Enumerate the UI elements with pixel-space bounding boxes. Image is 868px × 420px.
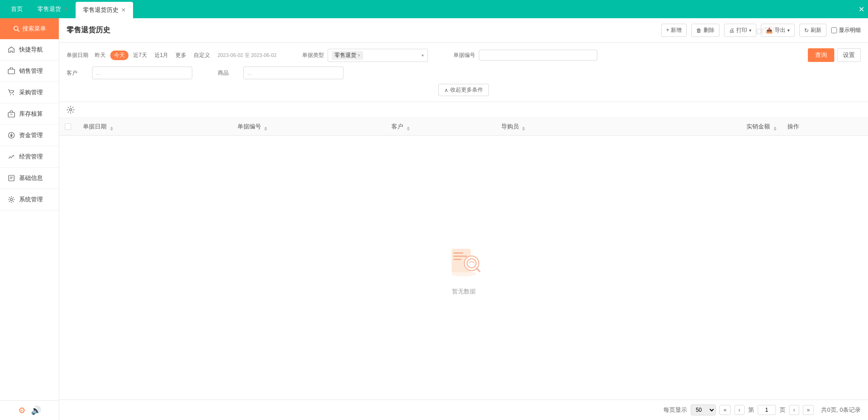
doc-number-input[interactable] [479, 50, 597, 61]
collapse-button[interactable]: ∧ 收起更多条件 [438, 84, 489, 96]
system-icon [7, 195, 15, 204]
page-number-input[interactable] [758, 405, 776, 415]
collapse-label: 收起更多条件 [450, 86, 483, 94]
svg-rect-15 [453, 256, 467, 257]
inventory-icon [7, 110, 15, 118]
sidebar-item-purchase[interactable]: 采购管理 [0, 82, 59, 103]
sidebar-item-finance[interactable]: 资金管理 [0, 125, 59, 146]
tab-retail-return-close[interactable]: ✕ [64, 6, 68, 12]
page-title: 零售退货历史 [67, 26, 110, 41]
date-filter-buttons: 昨天 今天 近7天 近1月 更多 自定义 [92, 51, 213, 60]
export-label: 导出 [775, 26, 786, 34]
svg-rect-14 [453, 252, 463, 254]
sidebar-item-operations[interactable]: 经营管理 [0, 146, 59, 168]
sidebar-item-label-purchase: 采购管理 [19, 88, 43, 97]
tab-home-label: 首页 [11, 5, 23, 13]
next-page-button[interactable]: › [789, 405, 799, 415]
operations-icon [7, 153, 15, 161]
date-custom-btn[interactable]: 自定义 [191, 51, 213, 60]
print-label: 打印 [736, 26, 747, 34]
table-header-doc-number[interactable]: 单据编号 [232, 118, 386, 136]
table-toolbar [59, 102, 868, 118]
svg-rect-7 [9, 175, 14, 181]
page-size-select[interactable]: 50 20 100 [691, 405, 716, 415]
table-header-customer[interactable]: 客户 [386, 118, 495, 136]
sort-icons-doc-number [264, 127, 267, 131]
goods-filter-group: 商品 ... [218, 67, 344, 79]
sidebar-search[interactable]: 搜索菜单 [0, 18, 59, 39]
filter-area: 单据日期 昨天 今天 近7天 近1月 更多 自定义 2023-06-02 至 2… [59, 43, 868, 102]
sidebar-item-sales[interactable]: 销售管理 [0, 61, 59, 82]
tab-home[interactable]: 首页 [4, 0, 30, 18]
doc-type-select[interactable]: 零售退货 × ▾ [328, 49, 428, 62]
table-header-amount[interactable]: 实销金额 [627, 118, 782, 136]
page-header: 零售退货历史 + 新增 🗑 删除 🖨 打印 ▾ 📤 导出 ▾ [59, 18, 868, 43]
query-button[interactable]: 查询 [808, 48, 834, 62]
page-label: 页 [780, 406, 786, 414]
settings-gear-icon[interactable]: ⚙ [18, 405, 26, 415]
sort-down-icon-2 [264, 129, 267, 131]
date-filter-label: 单据日期 [67, 51, 89, 59]
first-page-button[interactable]: « [719, 405, 731, 415]
content-area: 零售退货历史 + 新增 🗑 删除 🖨 打印 ▾ 📤 导出 ▾ [59, 18, 868, 420]
show-detail-checkbox[interactable] [831, 27, 837, 33]
tab-retail-return[interactable]: 零售退货 ✕ [30, 0, 76, 18]
window-close-icon[interactable]: ✕ [858, 5, 864, 14]
prev-page-button[interactable]: ‹ [734, 405, 745, 415]
date-yesterday-btn[interactable]: 昨天 [92, 51, 108, 60]
table-header-doc-date[interactable]: 单据日期 [77, 118, 232, 136]
customer-select[interactable]: ... [92, 67, 192, 79]
date-filter-group: 单据日期 昨天 今天 近7天 近1月 更多 自定义 2023-06-02 至 2… [67, 51, 277, 60]
data-table: 单据日期 单据编号 [59, 118, 868, 136]
table-header-guide[interactable]: 导购员 [496, 118, 628, 136]
sidebar-item-basic-info[interactable]: 基础信息 [0, 168, 59, 189]
collapse-row: ∧ 收起更多条件 [67, 84, 861, 96]
doc-type-tag-close[interactable]: × [358, 53, 360, 58]
query-action-buttons: 查询 设置 [808, 48, 861, 62]
settings-button[interactable]: 设置 [837, 48, 861, 62]
filter-row-1: 单据日期 昨天 今天 近7天 近1月 更多 自定义 2023-06-02 至 2… [67, 48, 861, 62]
refresh-button[interactable]: ↻ 刷新 [799, 24, 827, 37]
sidebar-item-label-basic-info: 基础信息 [19, 174, 43, 182]
tab-retail-return-history-label: 零售退货历史 [83, 6, 118, 14]
audio-icon[interactable]: 🔊 [31, 405, 41, 415]
search-icon [13, 26, 20, 32]
date-today-btn[interactable]: 今天 [110, 51, 128, 60]
table-settings-icon[interactable] [67, 106, 75, 114]
sidebar-search-label: 搜索菜单 [22, 25, 46, 33]
tab-retail-return-history-close[interactable]: ✕ [121, 7, 126, 13]
print-button[interactable]: 🖨 打印 ▾ [724, 24, 756, 37]
filter-row-2: 客户 ... 商品 ... [67, 67, 861, 79]
home-icon [7, 46, 15, 54]
delete-icon: 🗑 [696, 27, 702, 34]
goods-select[interactable]: ... [243, 67, 344, 79]
tab-retail-return-history[interactable]: 零售退货历史 ✕ [76, 2, 133, 18]
svg-point-4 [13, 94, 14, 95]
topbar-right: ✕ [858, 5, 864, 14]
sort-down-icon [110, 129, 113, 131]
select-all-checkbox[interactable] [65, 123, 71, 130]
print-icon: 🖨 [729, 27, 734, 34]
show-detail-checkbox-label[interactable]: 显示明细 [831, 26, 861, 34]
doc-type-tag-value: 零售退货 [334, 51, 356, 59]
sort-icons-guide [522, 127, 525, 131]
sidebar-item-inventory[interactable]: 库存核算 [0, 103, 59, 125]
sidebar-item-quick-nav[interactable]: 快捷导航 [0, 39, 59, 61]
pagination-bar: 每页显示 50 20 100 « ‹ 第 页 › » 共0页, 0条记录 [59, 400, 868, 420]
date-last7-btn[interactable]: 近7天 [130, 51, 150, 60]
export-dropdown-icon: ▾ [787, 28, 790, 33]
date-last-month-btn[interactable]: 近1月 [152, 51, 171, 60]
sort-up-icon [110, 127, 113, 128]
delete-button[interactable]: 🗑 删除 [691, 24, 719, 37]
table-header-guide-label: 导购员 [501, 123, 519, 130]
sidebar-item-system[interactable]: 系统管理 [0, 189, 59, 210]
sort-icons-amount [774, 127, 776, 131]
last-page-button[interactable]: » [803, 405, 814, 415]
add-button[interactable]: + 新增 [661, 24, 687, 37]
sort-down-icon-4 [522, 129, 525, 131]
export-icon: 📤 [766, 27, 773, 34]
show-detail-label: 显示明细 [839, 26, 861, 34]
sidebar-bottom: ⚙ 🔊 [0, 400, 59, 420]
export-button[interactable]: 📤 导出 ▾ [761, 24, 795, 37]
date-more-btn[interactable]: 更多 [173, 51, 189, 60]
